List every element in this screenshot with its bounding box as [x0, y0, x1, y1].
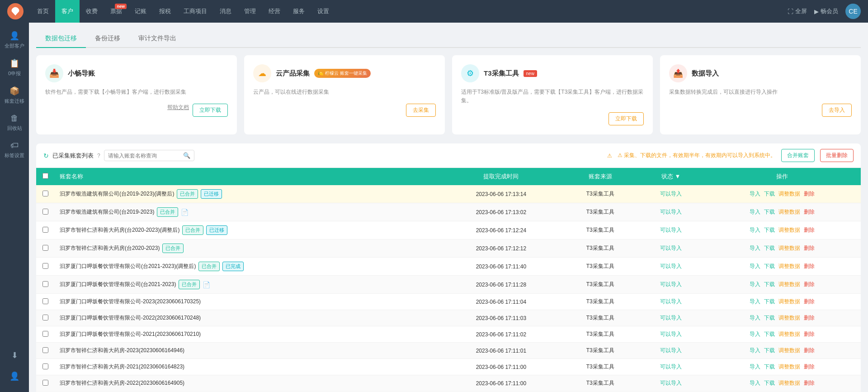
- action-delete[interactable]: 删除: [804, 281, 815, 287]
- nav-customer[interactable]: 客户: [55, 0, 80, 23]
- nav-invoice[interactable]: 票据new: [104, 0, 128, 23]
- tab-audit-export[interactable]: 审计文件导出: [129, 30, 185, 47]
- download-icon[interactable]: ⬇: [8, 347, 22, 364]
- action-import[interactable]: 导入: [750, 380, 760, 386]
- action-import[interactable]: 导入: [750, 245, 760, 251]
- action-adjust[interactable]: 调整数据: [778, 263, 800, 269]
- row-checkbox[interactable]: [42, 227, 48, 233]
- action-import[interactable]: 导入: [750, 227, 760, 233]
- xiaochang-download-btn[interactable]: 立即下载: [193, 104, 228, 117]
- action-import[interactable]: 导入: [750, 191, 760, 197]
- help-icon[interactable]: ?: [97, 153, 100, 159]
- action-adjust[interactable]: 调整数据: [778, 315, 800, 321]
- nav-fee[interactable]: 收费: [80, 0, 104, 23]
- action-import[interactable]: 导入: [750, 281, 760, 287]
- action-adjust[interactable]: 调整数据: [778, 191, 800, 197]
- nav-bookkeeping[interactable]: 记账: [128, 0, 153, 23]
- row-checkbox[interactable]: [42, 331, 48, 337]
- action-delete[interactable]: 删除: [804, 331, 815, 337]
- action-download[interactable]: 下载: [764, 209, 775, 215]
- nav-message[interactable]: 消息: [213, 0, 238, 23]
- row-checkbox[interactable]: [42, 281, 48, 287]
- action-download[interactable]: 下载: [764, 191, 775, 197]
- action-import[interactable]: 导入: [750, 331, 760, 337]
- action-adjust[interactable]: 调整数据: [778, 380, 800, 386]
- action-delete[interactable]: 删除: [804, 245, 815, 251]
- action-import[interactable]: 导入: [750, 363, 760, 370]
- nav-settings[interactable]: 设置: [311, 0, 335, 23]
- action-download[interactable]: 下载: [764, 263, 775, 269]
- nav-tax[interactable]: 报税: [153, 0, 177, 23]
- col-status[interactable]: 状态 ▼: [639, 168, 703, 185]
- action-adjust[interactable]: 调整数据: [778, 298, 800, 305]
- action-adjust[interactable]: 调整数据: [778, 347, 800, 354]
- action-import[interactable]: 导入: [750, 347, 760, 354]
- action-import[interactable]: 导入: [750, 263, 760, 269]
- tab-backup-migration[interactable]: 备份迁移: [86, 30, 129, 47]
- action-download[interactable]: 下载: [764, 331, 775, 337]
- sidebar-item-all-customers[interactable]: 👤 全部客户: [0, 26, 29, 54]
- refresh-icon[interactable]: ↻: [43, 152, 49, 159]
- nav-service[interactable]: 服务: [287, 0, 311, 23]
- action-delete[interactable]: 删除: [804, 298, 815, 305]
- select-all-checkbox[interactable]: [42, 173, 48, 179]
- row-checkbox[interactable]: [42, 245, 48, 251]
- action-delete[interactable]: 删除: [804, 315, 815, 321]
- row-checkbox[interactable]: [42, 315, 48, 320]
- action-download[interactable]: 下载: [764, 281, 775, 287]
- import-go-btn[interactable]: 去导入: [822, 104, 852, 117]
- action-download[interactable]: 下载: [764, 347, 775, 354]
- row-checkbox[interactable]: [42, 347, 48, 353]
- action-delete[interactable]: 删除: [804, 209, 815, 215]
- action-adjust[interactable]: 调整数据: [778, 209, 800, 215]
- user-settings-icon[interactable]: 👤: [6, 368, 23, 385]
- t3-download-btn[interactable]: 立即下载: [609, 112, 644, 125]
- row-checkbox[interactable]: [42, 191, 48, 196]
- row-checkbox[interactable]: [42, 209, 48, 215]
- logo[interactable]: [7, 3, 24, 19]
- sidebar-item-zero-report[interactable]: 📋 0申报: [0, 54, 29, 81]
- row-checkbox[interactable]: [42, 298, 48, 304]
- sidebar-item-tags[interactable]: 🏷 标签设置: [0, 136, 29, 163]
- search-input[interactable]: [108, 153, 180, 159]
- action-download[interactable]: 下载: [764, 315, 775, 321]
- search-icon[interactable]: 🔍: [183, 152, 190, 159]
- nav-business[interactable]: 工商项目: [177, 0, 213, 23]
- action-download[interactable]: 下载: [764, 298, 775, 305]
- action-delete[interactable]: 删除: [804, 263, 815, 269]
- action-adjust[interactable]: 调整数据: [778, 227, 800, 233]
- vip-btn[interactable]: ▶ 畅会员: [814, 7, 838, 15]
- action-download[interactable]: 下载: [764, 363, 775, 370]
- action-delete[interactable]: 删除: [804, 363, 815, 370]
- nav-home[interactable]: 首页: [31, 0, 55, 23]
- action-import[interactable]: 导入: [750, 315, 760, 321]
- row-checkbox[interactable]: [42, 380, 48, 386]
- action-import[interactable]: 导入: [750, 209, 760, 215]
- fullscreen-btn[interactable]: ⛶ 全屏: [788, 7, 807, 15]
- tab-data-migration[interactable]: 数据包迁移: [36, 30, 86, 48]
- action-download[interactable]: 下载: [764, 227, 775, 233]
- action-delete[interactable]: 删除: [804, 380, 815, 386]
- action-download[interactable]: 下载: [764, 245, 775, 251]
- xiaochang-help-btn[interactable]: 帮助文档: [167, 104, 189, 117]
- row-checkbox[interactable]: [42, 363, 48, 369]
- nav-manage[interactable]: 管理: [238, 0, 262, 23]
- action-adjust[interactable]: 调整数据: [778, 331, 800, 337]
- action-adjust[interactable]: 调整数据: [778, 363, 800, 370]
- action-delete[interactable]: 删除: [804, 227, 815, 233]
- sidebar-item-recycle[interactable]: 🗑 回收站: [0, 109, 29, 136]
- action-delete[interactable]: 删除: [804, 191, 815, 197]
- action-delete[interactable]: 删除: [804, 347, 815, 354]
- batch-delete-btn[interactable]: 批量删除: [820, 149, 854, 162]
- avatar[interactable]: CE: [845, 4, 861, 19]
- nav-operation[interactable]: 经营: [262, 0, 287, 23]
- row-checkbox[interactable]: [42, 263, 48, 269]
- action-download[interactable]: 下载: [764, 380, 775, 386]
- account-name: 汩罗厦门口呷坂餐饮管理有限公司(台2021-2023)(调整后): [60, 263, 196, 270]
- cloud-collect-btn[interactable]: 去采集: [406, 104, 436, 117]
- merge-btn[interactable]: 合并账套: [781, 149, 815, 162]
- action-import[interactable]: 导入: [750, 298, 760, 305]
- action-adjust[interactable]: 调整数据: [778, 281, 800, 287]
- sidebar-item-account-migration[interactable]: 📦 账套迁移: [0, 81, 29, 109]
- action-adjust[interactable]: 调整数据: [778, 245, 800, 251]
